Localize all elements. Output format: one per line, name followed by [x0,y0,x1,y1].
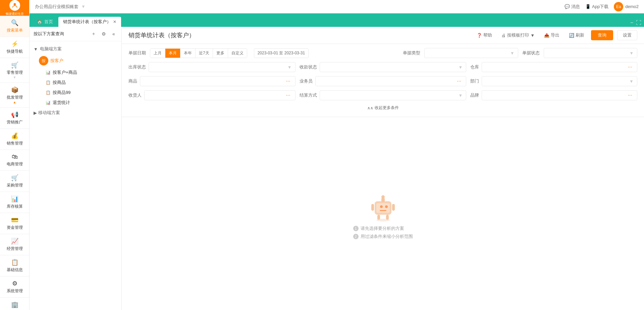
salesperson-label: 业务员 [300,78,313,84]
empty-state: 1 请先选择要分析的方案 2 用过滤条件来缩小分析范围 [122,117,644,310]
settings-scheme-btn[interactable]: ⚙ [100,30,107,38]
settlement-select[interactable]: ▼ [320,90,467,100]
sidebar-item-ecommerce[interactable]: 🛍 电商管理 [0,150,30,171]
active-scheme-item[interactable]: 按 按客户 [30,54,121,67]
filter-area: 单据日期 上月 本月 本年 近7天 更多 自定义 2023-03-01 至 20… [122,44,644,117]
warehouse-ellipsis[interactable]: ··· [627,64,634,70]
tree-section: ▼ 电脑端方案 按 按客户 📊 按客户+商品 📋 按商品 [30,41,121,120]
username-label: demo2 [625,4,639,9]
sidebar-item-label: 快捷导航 [7,49,23,54]
date-range-text[interactable]: 2023-03-01 至 2023-03-31 [254,48,309,58]
warehouse-status-select[interactable]: ▼ [149,62,296,72]
collapse-btn[interactable]: ∧∧ 收起更多条件 [365,103,401,113]
help-btn[interactable]: ❓ 帮助 [474,31,495,40]
sidebar-item-label: 批发管理 [7,95,23,100]
ecommerce-icon: 🛍 [12,153,18,160]
sub-scheme-1[interactable]: 📋 按商品 [30,78,121,88]
sidebar-item-finance[interactable]: 💳 资金管理 [0,213,30,234]
receiver-input[interactable]: ··· [144,90,296,100]
settings-btn[interactable]: 设置 [617,30,637,40]
warehouse-input[interactable]: ··· [482,62,637,72]
date-btn-7days[interactable]: 近7天 [196,49,213,58]
order-status-select[interactable]: ▼ [544,48,637,58]
app-tagline: 畅捷通好生意 [6,12,24,16]
enterprise-icon: 🏢 [11,301,18,308]
quicknav-icon: ⚡ [11,40,18,48]
refresh-btn[interactable]: 🔄 刷新 [566,31,587,40]
search-icon: 🔍 [11,19,18,27]
date-btn-more[interactable]: 更多 [213,49,228,58]
app-download-btn[interactable]: 📱 App下载 [585,4,608,10]
add-scheme-btn[interactable]: ＋ [90,30,97,38]
mobile-section-label[interactable]: ▶ 移动端方案 [34,110,117,116]
date-btn-thismonth[interactable]: 本月 [165,49,180,58]
sidebar-item-enterprise[interactable]: 🏢 企业协同 [0,298,30,310]
svg-point-3 [380,205,383,208]
desktop-section-header[interactable]: ▼ 电脑端方案 [30,44,121,54]
field-department: 部门 ▼ [470,76,637,86]
sidebar-item-sales[interactable]: 💰 销售管理 [0,129,30,150]
brand-input[interactable]: ··· [482,90,637,100]
product-input[interactable]: ··· [140,76,296,86]
sidebar-item-basic[interactable]: 📋 基础信息 [0,255,30,276]
tab-maximize-btn[interactable]: ⛶ [636,20,641,25]
product-ellipsis[interactable]: ··· [284,78,291,84]
date-btn-thisyear[interactable]: 本年 [180,49,196,58]
tab-sales-stats[interactable]: 销货单统计表（按客户） ✕ [58,17,121,27]
sidebar-item-marketing[interactable]: 📢 营销推广 [0,108,30,129]
empty-tips: 1 请先选择要分析的方案 2 用过滤条件来缩小分析范围 [353,225,413,240]
sidebar-item-label: 搜索菜单 [7,28,23,33]
salesperson-input[interactable]: ··· [315,76,467,86]
collapse-panel-btn[interactable]: « [110,30,117,38]
user-profile-btn[interactable]: Ea demo2 [614,2,639,11]
department-select[interactable]: ▼ [482,76,637,86]
sidebar-item-label: 采购管理 [7,183,23,188]
inventory-icon: 📊 [11,195,18,203]
date-label: 单据日期 [128,50,146,56]
field-warehouse-status: 出库状态 ▼ [128,62,296,72]
sidebar-item-purchase[interactable]: 🛒 采购管理 [0,171,30,192]
sub-scheme-3[interactable]: 📊 退货统计 [30,98,121,108]
sidebar-item-quicknav[interactable]: ⚡ 快捷导航 [0,37,30,58]
sidebar-item-operations[interactable]: 📈 经营管理 [0,234,30,255]
query-btn[interactable]: 查询 [591,30,613,40]
home-tab-icon: 🏠 [37,19,42,24]
page-title: 销货单统计表（按客户） [128,31,195,39]
template-print-btn[interactable]: 🖨 按模板打印 ▼ [499,31,537,40]
receiver-ellipsis[interactable]: ··· [284,92,291,98]
svg-point-4 [385,205,388,208]
print-icon: 🖨 [501,33,506,38]
sub-scheme-2[interactable]: 📋 按商品99 [30,88,121,98]
date-btn-lastmonth[interactable]: 上月 [150,49,165,58]
product-label: 商品 [128,78,137,84]
message-btn[interactable]: 💬 消息 [565,4,580,10]
brand-ellipsis[interactable]: ··· [627,92,634,98]
sub-scheme-0[interactable]: 📊 按客户+商品 [30,67,121,78]
help-icon: ❓ [477,33,482,38]
salesperson-ellipsis[interactable]: ··· [455,78,463,84]
tip-text-1: 请先选择要分析的方案 [361,225,404,231]
field-receiver: 收货人 ··· [128,90,296,100]
order-type-select[interactable]: ▼ [424,48,518,58]
desktop-collapse-icon: ▼ [34,47,38,52]
export-btn[interactable]: 📤 导出 [541,31,562,40]
sub-label-3: 退货统计 [53,100,70,106]
sidebar-item-retail[interactable]: 🛒 零售管理 ▼ [0,58,30,83]
refresh-label: 刷新 [576,32,584,38]
empty-tip-1: 1 请先选择要分析的方案 [353,225,413,231]
payment-status-select[interactable]: ▼ [320,62,467,72]
order-status-dropdown-icon: ▼ [629,51,634,56]
sidebar-item-wholesale[interactable]: 📦 批发管理 ▲ [0,83,30,108]
tab-close-btn[interactable]: ✕ [113,20,116,24]
sidebar-item-system[interactable]: ⚙ 系统管理 [0,276,30,298]
sidebar-item-label: 系统管理 [7,288,23,294]
sidebar-item-inventory[interactable]: 📊 库存核算 [0,192,30,213]
sidebar-item-search[interactable]: 🔍 搜索菜单 [0,16,30,37]
tab-minimize-btn[interactable]: − [630,20,633,25]
tab-home[interactable]: 🏠 首页 [32,17,58,27]
date-btn-custom[interactable]: 自定义 [228,49,247,58]
filter-row-4: 收货人 ··· 结算方式 ▼ 品牌 [128,90,637,100]
header-right: 💬 消息 📱 App下载 Ea demo2 [565,2,639,11]
active-scheme-dot-text: 按 [42,58,46,64]
sub-icon-3: 📊 [46,100,51,105]
